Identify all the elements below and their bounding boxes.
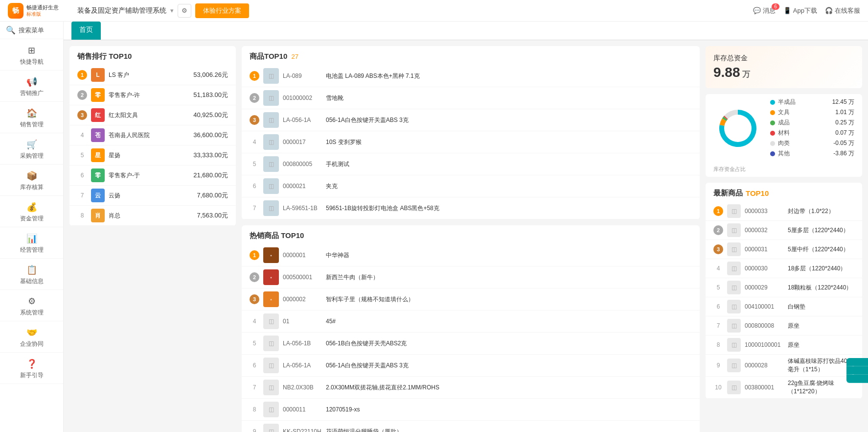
list-item: 7◫LA-59651-1B59651-1B旋转投影灯电池盒 ABS黑色+58克 [242,197,700,219]
legend-item: 成品0.25 万 [770,119,854,127]
sidebar-label-0: 快捷导航 [20,58,44,66]
donut-container: 半成品12.45 万文具1.01 万成品0.25 万材料0.07 万肉类-0.0… [706,94,862,164]
main: 首页 销售排行 TOP10 1LLS 客户53,006.26元2零零售客户-许5… [64,22,868,432]
message-badge: 6 [772,3,779,10]
float-buttons: 客服热线 服务社区 直播 [846,358,868,383]
nav-tabs: 首页 [64,22,868,40]
system-icon: ⚙ [28,296,36,307]
message-icon: 💬 [753,7,761,14]
list-item: 2▪000500001新西兰牛肉（新牛） [242,266,700,288]
customer-service-button[interactable]: 客服热线 [846,358,868,366]
sidebar-item-info[interactable]: 📋 基础信息 [0,259,63,290]
nav-icon: ⊞ [28,45,35,56]
sidebar-label-7: 基础信息 [20,277,44,286]
sidebar-label-6: 经营管理 [20,246,44,254]
sidebar-label-1: 营销推广 [20,89,44,97]
right-column: 库存总资金 9.88万 半成品12.45 万文具1.01 万成品0.25 万 [706,46,862,432]
tab-home[interactable]: 首页 [71,22,101,40]
list-item: 9◫KK-SD22110H花语萌恒温分腿睡袋（厚款） [242,421,700,432]
brand-icon: 畅 [8,3,23,19]
table-row: 7云云扬7,680.00元 [69,186,236,206]
table-row: 1LLS 客户53,006.26元 [69,65,236,85]
list-item: 2◫00000325厘多层（1220*2440） [706,221,862,240]
list-item: 10◫00380000122g鱼豆腐·烧烤味（1*12*20） [706,377,862,399]
list-item: 2◫001000002雪地靴 [242,87,700,109]
app-download-button[interactable]: 📱 App下载 [783,6,817,15]
sidebar-item-nav[interactable]: ⊞ 快捷导航 [0,39,63,71]
list-item: 7◫000800008原坐 [706,316,862,336]
live-button[interactable]: 直播 [846,375,868,383]
brand-text: 畅捷通好生意 标准版 [26,4,59,17]
table-row: 4苍苍南县人民医院36,600.00元 [69,125,236,145]
chevron-down-icon[interactable]: ▾ [170,7,174,14]
top-selling-card: 商品TOP10 27 1◫LA-089电池盖 LA-089 ABS本色+黑种 7… [242,46,700,219]
hot-products-card: 热销商品 TOP10 1▪0000001中华神器2▪000500001新西兰牛肉… [242,225,700,432]
operations-icon: 📊 [26,233,37,244]
donut-chart [713,104,762,154]
sidebar-search[interactable]: 🔍 搜索菜单 [0,22,63,39]
newest-products-card: 最新商品 TOP10 1◫0000033封边带（1.0*22）2◫0000032… [706,183,862,399]
left-column: 销售排行 TOP10 1LLS 客户53,006.26元2零零售客户-许51,1… [69,46,236,432]
sidebar: 🔍 搜索菜单 ⊞ 快捷导航 📢 营销推广 🏠 销售管理 🛒 采购管理 📦 库存核… [0,22,64,432]
sidebar-item-collab[interactable]: 🤝 企业协同 [0,321,63,353]
purchase-icon: 🛒 [26,139,37,150]
sidebar-item-inventory[interactable]: 📦 库存核算 [0,165,63,196]
list-item: 1◫0000033封边带（1.0*22） [706,202,862,221]
selling-table: 1◫LA-089电池盖 LA-089 ABS本色+黑种 7.1克2◫001000… [242,65,700,219]
info-icon: 📋 [26,264,37,275]
online-service-button[interactable]: 🎧 在线客服 [825,6,860,15]
topbar: 畅 畅捷通好生意 标准版 装备及固定资产辅助管理系统 ▾ ⚙ 体验行业方案 💬 … [0,0,868,22]
list-item: 4◫000003018多层（1220*2440） [706,259,862,278]
sidebar-item-operations[interactable]: 📊 经营管理 [0,227,63,259]
service-community-button[interactable]: 服务社区 [846,366,868,375]
try-plan-button[interactable]: 体验行业方案 [195,3,249,18]
inventory-subtitle: 库存资金占比 [706,164,862,177]
content-area: 销售排行 TOP10 1LLS 客户53,006.26元2零零售客户-许51,1… [64,40,868,432]
legend-item: 文具1.01 万 [770,108,854,117]
sidebar-item-finance[interactable]: 💰 资金管理 [0,196,63,227]
settings-button[interactable]: ⚙ [178,4,191,18]
sidebar-item-purchase[interactable]: 🛒 采购管理 [0,133,63,165]
list-item: 7◫NB2.0X30B2.0X30MM双搓花轴,搓花直径2.1MM/ROHS [242,377,700,399]
legend-item: 肉类-0.05 万 [770,139,854,147]
table-row: 5星星扬33,333.00元 [69,145,236,166]
mid-column: 商品TOP10 27 1◫LA-089电池盖 LA-089 ABS本色+黑种 7… [242,46,700,432]
top-customers-table: 1LLS 客户53,006.26元2零零售客户-许51,183.00元3红红太阳… [69,65,236,226]
svg-point-0 [724,115,752,142]
search-icon: 🔍 [6,25,16,35]
sidebar-label-3: 采购管理 [20,152,44,160]
sidebar-label-8: 系统管理 [20,309,44,317]
inventory-title: 库存总资金 [713,54,854,63]
brand-name: 畅捷通好生意 [26,4,59,11]
phone-icon: 📱 [783,7,791,14]
table-row: 8肖肖总7,563.00元 [69,206,236,226]
newest-table: 1◫0000033封边带（1.0*22）2◫00000325厘多层（1220*2… [706,202,862,399]
sidebar-item-system[interactable]: ⚙ 系统管理 [0,290,63,321]
message-button[interactable]: 💬 消息 6 [753,6,776,15]
list-item: 5◫000002918颗粒板（1220*2440） [706,278,862,297]
table-row: 6零零售客户-于21,680.00元 [69,166,236,186]
sidebar-item-marketing[interactable]: 📢 营销推广 [0,71,63,102]
chart-legend: 半成品12.45 万文具1.01 万成品0.25 万材料0.07 万肉类-0.0… [770,98,854,160]
top-customers-title: 销售排行 TOP10 [69,46,236,65]
top-customers-card: 销售排行 TOP10 1LLS 客户53,006.26元2零零售客户-许51,1… [69,46,236,226]
list-item: 8◫10000100001原坐 [706,336,862,355]
legend-item: 材料0.07 万 [770,129,854,137]
list-item: 6◫004100001白钢垫 [706,297,862,316]
sidebar-item-guide[interactable]: ❓ 新手引导 [0,353,63,384]
system-name: 装备及固定资产辅助管理系统 [77,6,166,15]
inventory-icon: 📦 [26,170,37,181]
topbar-system: 装备及固定资产辅助管理系统 ▾ ⚙ 体验行业方案 [77,3,249,18]
table-row: 3红红太阳文具40,925.00元 [69,105,236,125]
legend-item: 其他-3.86 万 [770,149,854,158]
list-item: 6◫LA-056-1A056-1A白色按键开关盖ABS 3克 [242,355,700,377]
newest-title-text: 最新商品 [713,189,743,198]
newest-products-title: 最新商品 TOP10 [706,183,862,202]
sidebar-label-9: 企业协同 [20,340,44,348]
sidebar-item-sales[interactable]: 🏠 销售管理 [0,102,63,133]
list-item: 4◫0145# [242,311,700,333]
sidebar-label-4: 库存核算 [20,183,44,192]
finance-icon: 💰 [26,202,37,213]
collab-icon: 🤝 [26,327,37,338]
inventory-card: 库存总资金 9.88万 [706,46,862,88]
